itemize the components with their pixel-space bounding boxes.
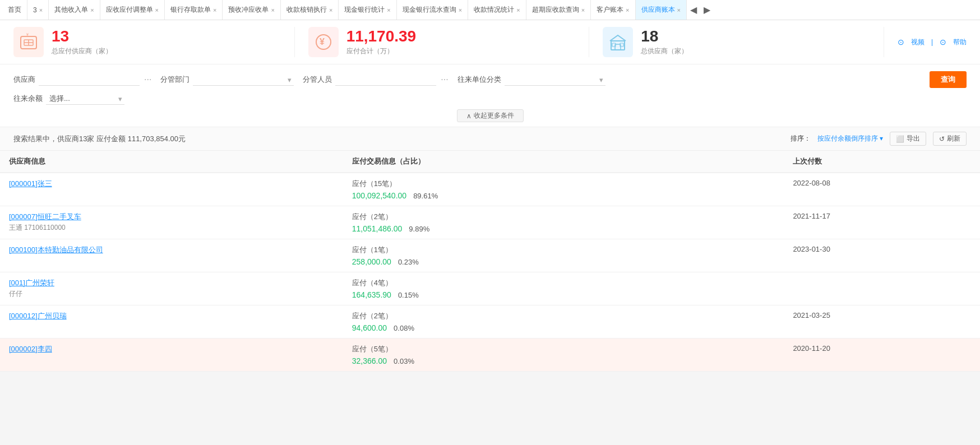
nav-tab-home[interactable]: 首页: [2, 0, 27, 20]
payable-amount-label: 应付合计（万）: [346, 47, 417, 56]
supplier-link-row-000012[interactable]: [000012]广州贝瑞: [9, 312, 67, 320]
sort-chevron-icon: ▾: [880, 135, 883, 142]
payable-cell-row-000100: 应付（1笔）258,000.000.23%: [343, 239, 784, 272]
payable-label-row-000012: 应付: [352, 312, 367, 320]
nav-tab-home-label: 首页: [8, 5, 21, 15]
collapse-label: 收起更多条件: [474, 111, 514, 120]
table-body: [000001]张三应付（15笔）100,092,540.0089.61%202…: [0, 173, 980, 372]
refresh-button[interactable]: ↺ 刷新: [933, 132, 967, 146]
supplier-link-row-000001[interactable]: [000001]张三: [9, 179, 52, 188]
payable-amount-row-001[interactable]: 164,635.90: [352, 290, 391, 299]
payable-count-row-000100: （1笔）: [367, 245, 392, 254]
refresh-icon: ↺: [939, 135, 945, 143]
payable-amount-number: 11,170.39: [346, 28, 417, 45]
payable-pct-row-001: 0.15%: [398, 291, 419, 299]
summary-card-payable-suppliers: ¥ 13 总应付供应商（家）: [13, 27, 295, 57]
filter-category: 往来单位分类: [457, 73, 605, 86]
supplier-link-row-000002[interactable]: [000002]李四: [9, 345, 52, 353]
nav-tab-3[interactable]: 3 ×: [27, 0, 49, 20]
nav-tab-3-label: 3: [33, 6, 37, 14]
help-link[interactable]: 帮助: [953, 38, 967, 47]
payable-amount-line-row-000012: 94,600.000.08%: [352, 323, 775, 332]
nav-tab-overdue-query-close[interactable]: ×: [581, 7, 585, 13]
balance-select-wrap: 选择...: [46, 92, 124, 105]
collapse-button[interactable]: ∧ 收起更多条件: [457, 109, 524, 122]
summary-info-total-suppliers: 18 总供应商（家）: [641, 28, 688, 56]
payable-label-line-row-000007: 应付（2笔）: [352, 212, 775, 222]
nav-tab-ar-adjust-close[interactable]: ×: [155, 7, 159, 13]
video-icon: ⊙: [898, 38, 904, 47]
nav-arrow-left[interactable]: ◀: [687, 0, 700, 20]
nav-tab-cash-bank-flow-close[interactable]: ×: [459, 7, 462, 13]
nav-tab-customer-account-close[interactable]: ×: [626, 7, 629, 13]
category-filter-label: 往来单位分类: [457, 75, 501, 85]
payable-label-row-000007: 应付: [352, 212, 367, 221]
video-link[interactable]: 视频: [911, 38, 924, 47]
payable-amount-line-row-000001: 100,092,540.0089.61%: [352, 191, 775, 200]
query-button[interactable]: 查询: [930, 71, 967, 88]
payable-amount-row-000002[interactable]: 32,366.00: [352, 356, 387, 365]
result-text: 搜索结果中，供应商13家 应付金额 111,703,854.00元: [13, 134, 186, 144]
nav-tab-receipt-exec[interactable]: 收款核销执行 ×: [281, 0, 339, 20]
payable-label-line-row-000002: 应付（5笔）: [352, 344, 775, 354]
col-last-pay: 上次付数: [784, 151, 980, 173]
category-select-wrap: [505, 73, 605, 86]
nav-tab-cash-bank-stat[interactable]: 现金银行统计 ×: [339, 0, 396, 20]
total-suppliers-number: 18: [641, 28, 688, 45]
nav-tab-receipt-exec-close[interactable]: ×: [329, 7, 332, 13]
nav-tab-overdue-query[interactable]: 超期应收款查询 ×: [526, 0, 591, 20]
nav-tab-other-income[interactable]: 其他收入单 ×: [49, 0, 100, 20]
payable-label-line-row-000012: 应付（2笔）: [352, 311, 775, 321]
nav-tab-supplier-account[interactable]: 供应商账本 ×: [636, 0, 687, 20]
nav-tab-prepay-offset-close[interactable]: ×: [271, 7, 274, 13]
export-button[interactable]: ⬜ 导出: [890, 132, 926, 146]
payable-label-line-row-000100: 应付（1笔）: [352, 245, 775, 255]
payable-amount-row-000001[interactable]: 100,092,540.00: [352, 191, 406, 200]
nav-tab-other-income-close[interactable]: ×: [90, 7, 94, 13]
supplier-link-row-000007[interactable]: [000007]恒旺二手叉车: [9, 212, 81, 221]
header-divider: |: [931, 38, 933, 46]
nav-tab-supplier-account-close[interactable]: ×: [677, 7, 681, 13]
table-row: [000007]恒旺二手叉车王通 17106110000应付（2笔）11,051…: [0, 206, 980, 239]
nav-tab-3-close[interactable]: ×: [39, 7, 43, 13]
supplier-filter-dots[interactable]: ···: [144, 75, 151, 85]
supplier-link-row-000100[interactable]: [000100]本特勤油品有限公司: [9, 245, 103, 254]
nav-tab-cash-bank-flow[interactable]: 现金银行流水查询 ×: [397, 0, 468, 20]
nav-tab-cash-bank-stat-label: 现金银行统计: [344, 5, 385, 15]
dept-filter-select[interactable]: [193, 73, 294, 86]
balance-filter-select[interactable]: 选择...: [46, 92, 124, 105]
supplier-link-row-001[interactable]: [001]广州荣轩: [9, 279, 54, 287]
sort-select[interactable]: 按应付余额倒序排序 ▾: [817, 134, 883, 143]
person-filter-input[interactable]: [335, 73, 436, 86]
last-pay-cell-row-001: [784, 272, 980, 305]
filter-area: 供应商 ··· 分管部门 分管人员 ··· 往来单位分类 查询: [0, 64, 980, 127]
filter-dept: 分管部门: [160, 73, 294, 86]
payable-amount-row-000100[interactable]: 258,000.00: [352, 257, 391, 266]
svg-text:¥: ¥: [320, 37, 325, 47]
refresh-label: 刷新: [947, 134, 960, 143]
nav-tab-cash-bank-stat-close[interactable]: ×: [387, 7, 390, 13]
category-filter-select[interactable]: [505, 73, 605, 86]
payable-cell-row-000002: 应付（5笔）32,366.000.03%: [343, 339, 784, 372]
nav-tab-receipt-stat[interactable]: 收款情况统计 ×: [468, 0, 526, 20]
nav-tab-customer-account[interactable]: 客户账本 ×: [591, 0, 635, 20]
payable-count-row-000012: （2笔）: [367, 312, 392, 320]
payable-suppliers-label: 总应付供应商（家）: [52, 47, 112, 56]
supplier-filter-input[interactable]: [39, 73, 140, 86]
payable-amount-row-000012[interactable]: 94,600.00: [352, 323, 387, 332]
nav-arrow-right[interactable]: ▶: [700, 0, 714, 20]
summary-card-total-suppliers: 18 总供应商（家）: [603, 27, 884, 57]
nav-tab-customer-account-label: 客户账本: [597, 5, 623, 15]
nav-tab-prepay-offset[interactable]: 预收冲应收单 ×: [223, 0, 280, 20]
payable-amount-row-000007[interactable]: 11,051,486.00: [352, 224, 403, 233]
nav-tab-bank-deposit-close[interactable]: ×: [213, 7, 216, 13]
payable-label-row-001: 应付: [352, 279, 367, 287]
payable-cell-row-000012: 应付（2笔）94,600.000.08%: [343, 305, 784, 339]
nav-tab-supplier-account-label: 供应商账本: [641, 5, 675, 15]
table-header: 供应商信息 应付交易信息（占比） 上次付数: [0, 151, 980, 173]
nav-tab-ar-adjust[interactable]: 应收应付调整单 ×: [100, 0, 165, 20]
nav-tab-bank-deposit[interactable]: 银行存取款单 ×: [165, 0, 223, 20]
nav-tab-cash-bank-flow-label: 现金银行流水查询: [403, 5, 456, 15]
nav-tab-receipt-stat-close[interactable]: ×: [516, 7, 520, 13]
person-filter-dots[interactable]: ···: [441, 75, 448, 85]
